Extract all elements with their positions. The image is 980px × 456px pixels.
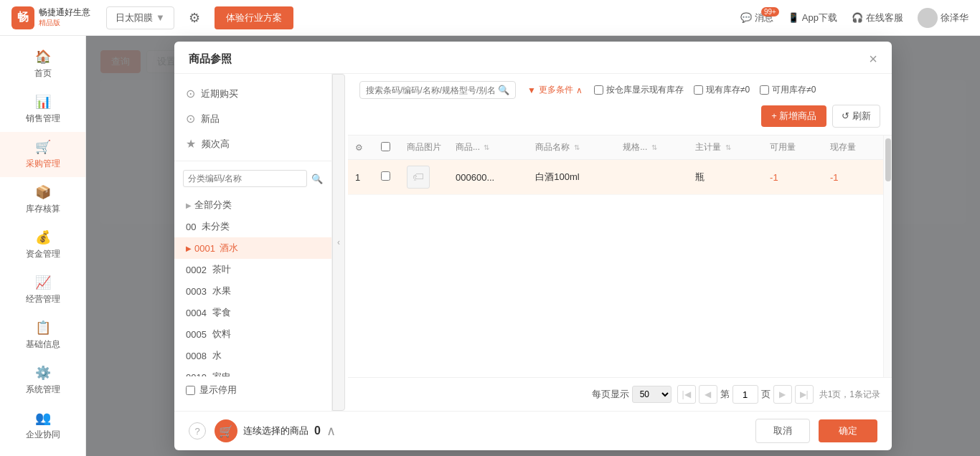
- col-name-header[interactable]: 商品名称 ⇅: [528, 136, 616, 160]
- headset-icon: 🎧: [852, 12, 863, 23]
- row-name: 白酒100ml: [528, 160, 616, 195]
- customer-service-nav-item[interactable]: 🎧 在线客服: [852, 11, 903, 24]
- collapse-panel-button[interactable]: ‹: [332, 74, 345, 411]
- recent-purchase-item[interactable]: ⊙ 近期购买: [174, 81, 331, 106]
- sidebar-item-finance[interactable]: 💰 资金管理: [0, 222, 85, 267]
- cat-0003[interactable]: 0003 水果: [174, 280, 331, 302]
- col-check: [374, 136, 400, 160]
- help-icon[interactable]: ?: [189, 422, 206, 440]
- col-unit-header[interactable]: 主计量 ⇅: [688, 136, 763, 160]
- filter-checkboxes: 按仓库显示现有库存 现有库存≠0 可用库存≠0: [594, 84, 816, 96]
- cat-0005[interactable]: 0005 饮料: [174, 323, 331, 345]
- sidebar-item-collab[interactable]: 👥 企业协同: [0, 403, 85, 448]
- modal-close-button[interactable]: ×: [869, 52, 877, 66]
- user-profile[interactable]: 徐泽华: [918, 8, 969, 28]
- cart-collapse-icon[interactable]: ∧: [326, 423, 336, 439]
- sidebar-item-label: 基础信息: [26, 338, 60, 351]
- table-scrollbar[interactable]: [883, 136, 892, 377]
- add-product-button[interactable]: + 新增商品: [761, 105, 826, 127]
- cat-all[interactable]: ▶ 全部分类: [174, 194, 331, 216]
- page-number-input[interactable]: [732, 385, 758, 404]
- collab-icon: 👥: [35, 410, 51, 426]
- purchase-icon: 🛒: [35, 139, 51, 155]
- cart-label: 连续选择的商品: [243, 424, 308, 437]
- user-name: 徐泽华: [941, 11, 969, 24]
- product-table: ⚙ 商品图片 商品... ⇅: [348, 136, 883, 195]
- cat-0004-name: 零食: [212, 306, 231, 319]
- row-checkbox[interactable]: [381, 171, 390, 181]
- cat-00-code: 00: [186, 222, 196, 232]
- cat-0004-code: 0004: [186, 308, 207, 318]
- cart-icon[interactable]: 🛒: [215, 419, 237, 442]
- last-page-button[interactable]: ▶|: [795, 385, 814, 404]
- operations-icon: 📈: [35, 275, 51, 290]
- col-spec-header[interactable]: 规格... ⇅: [616, 136, 688, 160]
- basic-info-icon: 📋: [35, 320, 51, 336]
- app-name: 畅捷通好生意: [39, 7, 90, 19]
- frequent-icon: ★: [186, 137, 196, 151]
- branch-selector[interactable]: 日太阳膜 ▼: [106, 6, 174, 29]
- select-all-checkbox[interactable]: [381, 142, 390, 151]
- settings-icon[interactable]: ⚙: [183, 6, 206, 29]
- cat-00[interactable]: 00 未分类: [174, 216, 331, 237]
- row-seq: 1: [348, 160, 374, 195]
- messages-nav-item[interactable]: 💬 消息 99+: [740, 11, 773, 24]
- branch-label: 日太阳膜: [116, 11, 153, 24]
- home-icon: 🏠: [35, 49, 51, 65]
- sidebar-item-purchase[interactable]: 🛒 采购管理: [0, 132, 85, 177]
- first-page-button[interactable]: |◀: [677, 385, 696, 404]
- per-page-select: 每页显示 50 100 200: [592, 386, 672, 403]
- sidebar-item-home[interactable]: 🏠 首页: [0, 42, 85, 87]
- category-search-icon[interactable]: 🔍: [311, 174, 323, 184]
- table-container: ⚙ 商品图片 商品... ⇅: [348, 136, 892, 377]
- app-download-nav-item[interactable]: 📱 App下载: [788, 11, 837, 24]
- modal-footer: ? 🛒 连续选择的商品 0 ∧ 取消 确定: [174, 411, 892, 450]
- confirm-button[interactable]: 确定: [819, 419, 877, 442]
- row-check: [374, 160, 400, 195]
- next-page-button[interactable]: ▶: [773, 385, 792, 404]
- cat-0003-code: 0003: [186, 286, 207, 297]
- product-search-input[interactable]: [366, 85, 495, 95]
- main-layout: 🏠 首页 📊 销售管理 🛒 采购管理 📦 库存核算 💰 资金管理 📈 经营管理 …: [0, 36, 980, 456]
- cart-count: 0: [314, 424, 321, 437]
- warehouse-stock-filter[interactable]: 按仓库显示现有库存: [594, 84, 684, 96]
- experience-button[interactable]: 体验行业方案: [215, 6, 293, 29]
- refresh-button[interactable]: ↺ 刷新: [832, 105, 880, 128]
- new-product-icon: ⊙: [186, 112, 195, 125]
- cat-0004[interactable]: 0004 零食: [174, 302, 331, 323]
- sidebar-item-inventory[interactable]: 📦 库存核算: [0, 177, 85, 222]
- mobile-icon: 📱: [788, 12, 799, 23]
- available-stock-checkbox[interactable]: [760, 85, 769, 95]
- new-product-item[interactable]: ⊙ 新品: [174, 106, 331, 131]
- cat-0010[interactable]: 0010 家电: [174, 366, 331, 376]
- product-reference-modal: 商品参照 × ⊙ 近期购买 ⊙ 新品: [174, 42, 892, 450]
- inventory-icon: 📦: [35, 184, 51, 200]
- display-disabled-checkbox[interactable]: [186, 386, 195, 395]
- sidebar-item-sales[interactable]: 📊 销售管理: [0, 87, 85, 132]
- cat-arrow-0001: ▶: [186, 244, 192, 252]
- sidebar-item-operations[interactable]: 📈 经营管理: [0, 267, 85, 313]
- prev-page-button[interactable]: ◀: [699, 385, 717, 404]
- category-search-input[interactable]: [183, 170, 307, 187]
- cat-0008[interactable]: 0008 水: [174, 345, 331, 366]
- sidebar-item-basic-info[interactable]: 📋 基础信息: [0, 313, 85, 358]
- cancel-button[interactable]: 取消: [755, 419, 810, 443]
- table-row[interactable]: 1 🏷: [348, 160, 883, 195]
- sidebar-item-guide[interactable]: 🔰 新手引导: [0, 448, 85, 456]
- code-sort-icon: ⇅: [484, 143, 489, 151]
- nav-right: 💬 消息 99+ 📱 App下载 🎧 在线客服 徐泽华: [740, 8, 969, 28]
- search-icon[interactable]: 🔍: [498, 85, 509, 95]
- warehouse-stock-checkbox[interactable]: [594, 85, 603, 95]
- row-available: -1: [763, 160, 823, 195]
- sidebar-item-system[interactable]: ⚙️ 系统管理: [0, 358, 85, 403]
- cat-0001[interactable]: ▶ 0001 酒水: [174, 237, 331, 259]
- logo-area: 畅 畅捷通好生意 精品版: [11, 6, 98, 29]
- available-stock-filter[interactable]: 可用库存≠0: [760, 84, 816, 96]
- cat-0002[interactable]: 0002 茶叶: [174, 259, 331, 280]
- current-stock-checkbox[interactable]: [694, 85, 703, 95]
- col-code-header[interactable]: 商品... ⇅: [448, 136, 528, 160]
- more-filter-button[interactable]: ▼ 更多条件 ∧: [522, 81, 588, 99]
- current-stock-filter[interactable]: 现有库存≠0: [694, 84, 750, 96]
- per-page-dropdown[interactable]: 50 100 200: [632, 386, 672, 403]
- frequent-item[interactable]: ★ 频次高: [174, 131, 331, 156]
